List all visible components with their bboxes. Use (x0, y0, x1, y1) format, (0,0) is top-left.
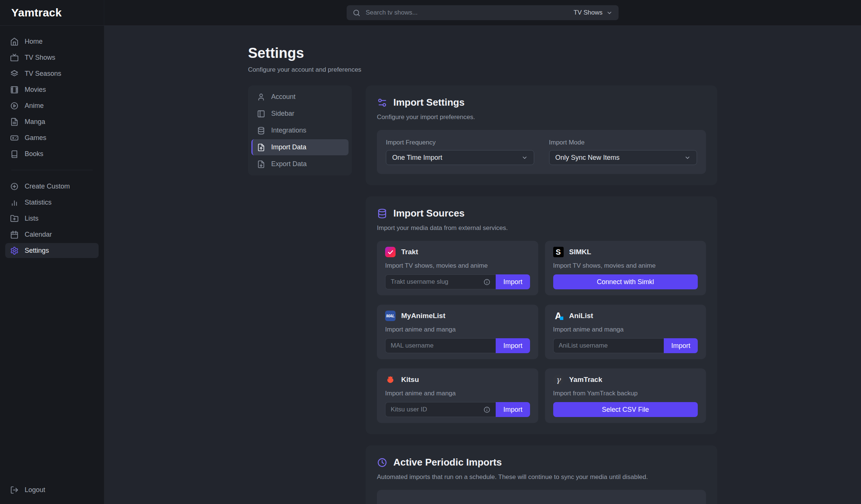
sidebar-item-home[interactable]: Home (5, 34, 99, 49)
card-title: Import Settings (393, 97, 465, 108)
source-name: YamTrack (569, 376, 603, 384)
source-description: Import from YamTrack backup (553, 390, 698, 397)
anilist-input-wrap (553, 338, 664, 353)
search-bar: TV Shows (347, 5, 619, 20)
source-card-yamtrack: γ YamTrack Import from YamTrack backup S… (545, 368, 706, 423)
import-frequency-value: One Time Import (392, 154, 442, 162)
film-icon (10, 85, 19, 94)
source-description: Import TV shows, movies and anime (553, 262, 698, 270)
sidebar-item-label: Manga (25, 118, 45, 126)
mal-username-input[interactable] (391, 342, 490, 349)
trakt-import-button[interactable]: Import (496, 274, 530, 289)
anilist-import-button[interactable]: Import (664, 338, 698, 353)
search-scope-dropdown[interactable]: TV Shows (574, 9, 613, 16)
sidebar-footer: Logout (0, 482, 104, 504)
logout-button[interactable]: Logout (5, 482, 99, 497)
periodic-imports-empty-state: No periodic imports configured Set up an… (377, 490, 706, 504)
sidebar-nav: Home TV Shows TV Seasons Movies Anime Ma… (0, 26, 104, 258)
myanimelist-logo: MAL (385, 311, 396, 321)
card-title: Import Sources (393, 208, 465, 219)
layers-icon (10, 69, 19, 78)
sidebar-item-manga[interactable]: Manga (5, 114, 99, 129)
periodic-imports-card: Active Periodic Imports Automated import… (366, 445, 717, 504)
sidebar-item-label: Lists (25, 215, 38, 223)
card-subtitle: Configure your import preferences. (377, 113, 706, 121)
settings-nav-label: Integrations (271, 127, 306, 134)
sidebar-item-games[interactable]: Games (5, 130, 99, 145)
database-icon (377, 208, 387, 219)
sidebar-divider (11, 170, 93, 170)
settings-nav: Account Sidebar Integrations Import Data (248, 85, 352, 175)
sidebar-item-statistics[interactable]: Statistics (5, 195, 99, 210)
tv-icon (10, 53, 19, 62)
anilist-chip (560, 317, 563, 320)
info-icon[interactable] (483, 406, 490, 413)
settings-nav-integrations[interactable]: Integrations (251, 122, 349, 139)
anilist-username-input[interactable] (559, 342, 659, 349)
settings-nav-import-data[interactable]: Import Data (251, 139, 349, 155)
source-card-anilist: A AniList Import anime and manga Import (545, 305, 706, 359)
sources-grid: Trakt Import TV shows, movies and anime … (377, 241, 706, 423)
sidebar-item-create-custom[interactable]: Create Custom (5, 179, 99, 194)
search-input[interactable] (366, 9, 569, 16)
import-preferences-panel: Import Frequency One Time Import Import … (377, 130, 706, 174)
source-name: SIMKL (569, 248, 591, 256)
simkl-logo: S (553, 247, 564, 257)
settings-nav-export-data[interactable]: Export Data (251, 156, 349, 172)
import-mode-value: Only Sync New Items (555, 154, 620, 162)
user-icon (257, 93, 265, 101)
sidebar-item-settings[interactable]: Settings (5, 243, 99, 258)
source-card-trakt: Trakt Import TV shows, movies and anime … (377, 241, 538, 295)
sidebar-item-label: Books (25, 150, 43, 158)
import-sources-card: Import Sources Import your media data fr… (366, 196, 717, 434)
trakt-username-input[interactable] (391, 278, 480, 286)
source-description: Import anime and manga (553, 326, 698, 333)
settings-nav-label: Export Data (271, 160, 307, 168)
app-logo[interactable]: Yamtrack (0, 0, 104, 26)
sidebar-item-movies[interactable]: Movies (5, 82, 99, 97)
main-area: TV Shows Settings Configure your account… (104, 0, 861, 504)
kitsu-import-button[interactable]: Import (496, 402, 530, 417)
import-frequency-label: Import Frequency (386, 139, 534, 146)
page-title: Settings (248, 45, 717, 61)
card-title: Active Periodic Imports (393, 457, 502, 468)
gear-icon (10, 246, 19, 255)
panel-icon (257, 110, 265, 118)
book-icon (10, 150, 19, 158)
source-card-myanimelist: MAL MyAnimeList Import anime and manga I… (377, 305, 538, 359)
sidebar: Yamtrack Home TV Shows TV Seasons Movies… (0, 0, 104, 504)
home-icon (10, 37, 19, 46)
sidebar-item-tv-seasons[interactable]: TV Seasons (5, 66, 99, 81)
sidebar-item-books[interactable]: Books (5, 146, 99, 161)
import-mode-select[interactable]: Only Sync New Items (549, 150, 697, 165)
sidebar-item-label: Games (25, 134, 46, 142)
plus-circle-icon (10, 182, 19, 191)
settings-nav-account[interactable]: Account (251, 89, 349, 105)
topbar: TV Shows (104, 0, 861, 26)
settings-nav-sidebar[interactable]: Sidebar (251, 106, 349, 122)
kitsu-user-id-input[interactable] (391, 406, 480, 413)
source-card-kitsu: Kitsu Import anime and manga Import (377, 368, 538, 423)
yamtrack-select-csv-button[interactable]: Select CSV File (553, 402, 698, 417)
database-icon (257, 127, 265, 135)
simkl-connect-button[interactable]: Connect with Simkl (553, 274, 698, 289)
sidebar-item-label: TV Shows (25, 54, 55, 62)
source-description: Import TV shows, movies and anime (385, 262, 530, 270)
folder-plus-icon (10, 214, 19, 223)
source-name: AniList (569, 312, 593, 320)
sidebar-item-label: Anime (25, 102, 44, 110)
page-subtitle: Configure your account and preferences (248, 66, 717, 74)
yamtrack-logo: γ (553, 374, 564, 385)
sidebar-item-label: Movies (25, 86, 46, 94)
sidebar-item-tv-shows[interactable]: TV Shows (5, 50, 99, 65)
sidebar-item-anime[interactable]: Anime (5, 98, 99, 113)
kitsu-input-wrap (385, 402, 496, 417)
info-icon[interactable] (483, 279, 490, 286)
mal-import-button[interactable]: Import (496, 338, 530, 353)
gamepad-icon (10, 134, 19, 142)
sidebar-item-label: Create Custom (25, 183, 70, 190)
import-mode-label: Import Mode (549, 139, 697, 146)
sidebar-item-calendar[interactable]: Calendar (5, 227, 99, 242)
sidebar-item-lists[interactable]: Lists (5, 211, 99, 226)
import-frequency-select[interactable]: One Time Import (386, 150, 534, 165)
